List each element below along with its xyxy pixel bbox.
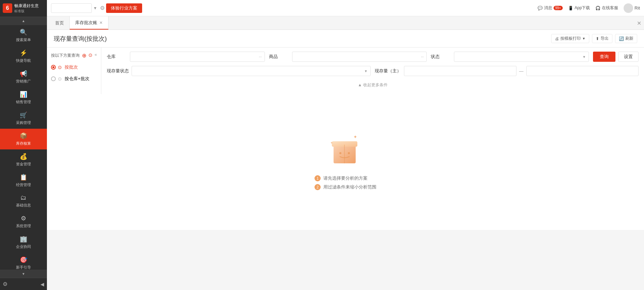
collapse-row[interactable]: ▲ 收起更多条件	[107, 80, 639, 90]
service-icon: 🎧	[595, 6, 600, 11]
filter-add-icon[interactable]: ⊕	[82, 52, 86, 59]
sidebar-item-operation[interactable]: 📋 经营管理	[0, 170, 47, 191]
main-area: ▼ ⚙ 体验行业方案 💬 消息 99+ 📱 App下载 🎧 在线客服	[47, 0, 644, 290]
app-download-icon: 📱	[568, 6, 573, 11]
user-avatar	[624, 3, 633, 13]
search-icon: 🔍	[20, 29, 27, 36]
topnav-user[interactable]: Rit	[624, 3, 640, 13]
sidebar-item-basic[interactable]: 🗂 基础信息	[0, 191, 47, 211]
print-icon: 🖨	[555, 36, 559, 41]
topnav-online-service[interactable]: 🎧 在线客服	[595, 5, 618, 11]
tab-inventory-batch[interactable]: 库存批次账 ✕	[70, 16, 108, 30]
inventory-qty-field: 现存量（主） —	[375, 66, 639, 76]
inventory-status-select[interactable]: ▼	[132, 66, 371, 76]
print-button[interactable]: 🖨 按模板打印 ▼	[551, 34, 589, 43]
warehouse-more-icon: ···	[259, 55, 261, 59]
filter-radio-batch	[51, 65, 56, 70]
query-actions: 查询 设置	[593, 52, 639, 62]
inventory-qty-to[interactable]	[526, 66, 639, 76]
empty-state: ✦ ✦ 1 请先选择要分析的方案 2 用过滤条件来缩	[47, 94, 644, 230]
filter-row-1: 仓库 ··· 商品 ···	[107, 52, 639, 62]
tab-close-right[interactable]: ✕	[637, 20, 641, 26]
topnav-settings-icon[interactable]: ⚙	[100, 5, 105, 11]
empty-hints: 1 请先选择要分析的方案 2 用过滤条件来缩小分析范围	[315, 175, 376, 193]
export-icon: ⬆	[596, 36, 599, 41]
enterprise-icon: 🏢	[20, 235, 27, 243]
basic-icon: 🗂	[20, 194, 27, 201]
filter-option-warehouse-batch[interactable]: ⊙ 按仓库+批次	[47, 73, 101, 85]
sidebar-item-finance[interactable]: 💰 资金管理	[0, 149, 47, 170]
operation-icon: 📋	[20, 174, 27, 181]
settings-icon[interactable]: ⚙	[3, 281, 7, 287]
sidebar-item-shortcut[interactable]: ⚡ 快捷导航	[0, 46, 47, 67]
collapse-icon: ▲	[358, 83, 363, 87]
topnav-search: ▼	[51, 3, 97, 13]
topnav-messages[interactable]: 💬 消息 99+	[538, 5, 563, 11]
sidebar-scroll-up[interactable]: ▲	[0, 17, 47, 25]
topnav-app-download[interactable]: 📱 App下载	[568, 5, 590, 11]
sidebar-bottom: ⚙ ◀	[0, 278, 47, 290]
tabbar: 首页 库存批次账 ✕ ✕	[47, 16, 644, 30]
svg-point-5	[339, 152, 341, 154]
refresh-icon: 🔄	[619, 36, 624, 41]
sidebar-item-marketing[interactable]: 📢 营销推广	[0, 67, 47, 87]
filter-collapse-icon[interactable]: «	[95, 52, 97, 59]
topnav-search-input[interactable]	[51, 3, 92, 13]
sidebar-item-inventory[interactable]: 📦 库存核算	[0, 129, 47, 149]
sidebar-scroll: 🔍 搜索菜单 ⚡ 快捷导航 📢 营销推广 📊 销售管理 🛒 采购管理 📦	[0, 25, 47, 270]
page-title: 现存量查询(按批次)	[54, 35, 107, 43]
app-title: 畅康通好生意 标准版	[14, 3, 39, 13]
content: 现存量查询(按批次) 🖨 按模板打印 ▼ ⬆ 导出 🔄 刷新	[47, 30, 644, 290]
warehouse-input[interactable]: ···	[130, 52, 265, 62]
inventory-status-field: 现存量状态 ▼	[107, 66, 371, 76]
sidebar-scroll-down[interactable]: ▼	[0, 270, 47, 278]
newbie-icon: 🎯	[20, 256, 27, 264]
filter-settings-icon[interactable]: ⊙	[88, 52, 92, 59]
messages-icon: 💬	[538, 6, 543, 11]
sidebar-item-system[interactable]: ⚙ 系统管理	[0, 211, 47, 232]
tab-home[interactable]: 首页	[50, 16, 70, 30]
sidebar-item-search[interactable]: 🔍 搜索菜单	[0, 25, 47, 46]
refresh-button[interactable]: 🔄 刷新	[615, 34, 637, 43]
filter-area: 按以下方案查询 ⊕ ⊙ « ⊙ 按批次 ⊙	[47, 48, 644, 94]
filter-radio-warehouse-batch	[51, 76, 56, 81]
print-dropdown-icon[interactable]: ▼	[582, 37, 586, 40]
status-field: 状态 ▼	[431, 52, 589, 62]
empty-svg: ✦ ✦	[327, 131, 364, 168]
topnav-dropdown-icon[interactable]: ▼	[93, 6, 97, 11]
query-button[interactable]: 查询	[593, 52, 615, 62]
svg-text:✦: ✦	[353, 134, 357, 140]
purchase-icon: 🛒	[20, 111, 27, 119]
page-header: 现存量查询(按批次) 🖨 按模板打印 ▼ ⬆ 导出 🔄 刷新	[47, 30, 644, 48]
tab-close-button[interactable]: ✕	[99, 20, 103, 25]
filter-option-batch[interactable]: ⊙ 按批次	[47, 61, 101, 73]
status-dropdown-icon: ▼	[582, 55, 586, 59]
product-input[interactable]: ···	[292, 52, 427, 62]
status-select[interactable]: ▼	[454, 52, 589, 62]
app-logo: 6	[3, 3, 12, 13]
inventory-qty-from[interactable]	[404, 66, 516, 76]
sidebar: 6 畅康通好生意 标准版 ▲ 🔍 搜索菜单 ⚡ 快捷导航 📢 营销推广	[0, 0, 47, 290]
collapse-sidebar-icon[interactable]: ◀	[40, 282, 44, 287]
topnav-actions: 💬 消息 99+ 📱 App下载 🎧 在线客服 Rit	[538, 3, 640, 13]
sidebar-item-sales[interactable]: 📊 销售管理	[0, 87, 47, 108]
filter-row-2: 现存量状态 ▼ 现存量（主） —	[107, 66, 639, 76]
product-field: 商品 ···	[269, 52, 427, 62]
export-button[interactable]: ⬆ 导出	[592, 34, 612, 43]
empty-icon: ✦ ✦	[327, 131, 364, 168]
sidebar-item-purchase[interactable]: 🛒 采购管理	[0, 108, 47, 129]
filter-sidebar-header: 按以下方案查询 ⊕ ⊙ «	[47, 51, 101, 61]
marketing-icon: 📢	[20, 70, 27, 77]
sidebar-item-newbie[interactable]: 🎯 新手引导	[0, 253, 47, 270]
warehouse-field: 仓库 ···	[107, 52, 265, 62]
trial-button[interactable]: 体验行业方案	[106, 3, 142, 13]
empty-hint-2: 2 用过滤条件来缩小分析范围	[315, 184, 376, 190]
user-name: Rit	[634, 5, 640, 11]
system-icon: ⚙	[21, 215, 26, 222]
empty-hint-1: 1 请先选择要分析的方案	[315, 175, 376, 181]
settings-button[interactable]: 设置	[618, 52, 639, 62]
sidebar-item-enterprise[interactable]: 🏢 企业协同	[0, 232, 47, 253]
sidebar-header: 6 畅康通好生意 标准版	[0, 0, 47, 17]
filter-fields: 仓库 ··· 商品 ···	[101, 48, 644, 94]
svg-point-6	[348, 152, 350, 154]
